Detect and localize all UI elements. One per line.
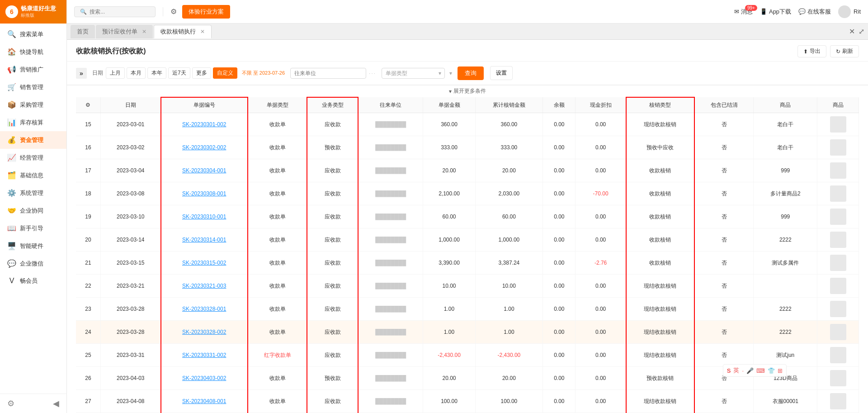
tab-close-verify[interactable]: ✕ (200, 28, 205, 35)
partner-input[interactable] (290, 68, 366, 79)
bill-no-link[interactable]: SK-20230310-001 (182, 214, 226, 220)
sidebar-item-search[interactable]: 🔍搜索菜单 (0, 25, 66, 43)
sidebar-item-hardware[interactable]: 🖥️智能硬件 (0, 237, 66, 255)
bill-no-link[interactable]: SK-20230328-002 (182, 329, 226, 335)
td-bill_no[interactable]: SK-20230403-002 (161, 367, 248, 390)
settings-icon[interactable]: ⚙ (7, 399, 14, 408)
td-bill_no[interactable]: SK-20230301-002 (161, 113, 248, 136)
tab-label-home: 首页 (77, 28, 89, 36)
td-bill_no[interactable]: SK-20230304-001 (161, 159, 248, 182)
td-biz_type: 预收款 (307, 136, 358, 159)
sidebar-item-inventory[interactable]: 📊库存核算 (0, 114, 66, 131)
td-bill_type: 收款单 (248, 367, 307, 390)
td-cash_discount: 0.00 (576, 205, 626, 228)
bill-no-link[interactable]: SK-20230403-002 (182, 375, 226, 381)
filter-expand-icon[interactable]: » (76, 68, 87, 79)
gear-icon[interactable]: ⚙ (170, 7, 177, 16)
sidebar-item-purchase[interactable]: 📦采购管理 (0, 96, 66, 114)
td-partner: ████████ (358, 252, 423, 275)
refresh-button[interactable]: ↻ 刷新 (830, 45, 859, 57)
td-bill_no[interactable]: SK-20230308-001 (161, 182, 248, 205)
message-icon: ✉ (734, 8, 739, 15)
date-btn-本年[interactable]: 本年 (147, 67, 166, 79)
td-cum_verify: 20.00 (475, 367, 543, 390)
sidebar-item-marketing[interactable]: 📢营销推广 (0, 61, 66, 78)
bill-no-link[interactable]: SK-20230304-001 (182, 167, 226, 174)
table-row: 202023-03-14SK-20230314-001收款单应收款███████… (76, 228, 859, 252)
goods-thumbnail (830, 209, 846, 225)
user-avatar[interactable] (838, 5, 851, 18)
collapse-icon[interactable]: ◀ (53, 399, 59, 408)
tab-verify[interactable]: 收款核销执行✕ (154, 25, 212, 38)
bill-no-link[interactable]: SK-20230315-002 (182, 260, 226, 266)
date-btn-本月[interactable]: 本月 (127, 67, 146, 79)
td-bill_no[interactable]: SK-20230302-002 (161, 136, 248, 159)
td-bill_no[interactable]: SK-20230310-001 (161, 205, 248, 228)
td-cash_discount: 0.00 (576, 228, 626, 252)
td-bill_no[interactable]: SK-20230408-001 (161, 390, 248, 413)
sidebar-item-sales[interactable]: 🛒销售管理 (0, 78, 66, 96)
solution-button[interactable]: 体验行业方案 (182, 5, 230, 19)
bill-no-link[interactable]: SK-20230314-001 (182, 237, 226, 243)
bill-no-link[interactable]: SK-20230328-001 (182, 306, 226, 312)
date-btn-更多[interactable]: 更多 (192, 67, 211, 79)
sidebar-item-operation[interactable]: 📈经营管理 (0, 149, 66, 166)
export-button[interactable]: ⬆ 导出 (797, 45, 826, 57)
date-btn-上月[interactable]: 上月 (106, 67, 125, 79)
sidebar-item-enterprise[interactable]: 🤝企业协同 (0, 202, 66, 219)
td-bill_no[interactable]: SK-20230321-003 (161, 275, 248, 298)
user-area[interactable]: Rit (838, 5, 861, 18)
sidebar-item-member[interactable]: V畅会员 (0, 272, 66, 290)
sidebar-item-newbie[interactable]: 📖新手引导 (0, 219, 66, 237)
td-biz_type: 应收款 (307, 205, 358, 228)
sidebar-item-quicknav[interactable]: 🏠快捷导航 (0, 43, 66, 61)
partner-masked: ████████ (375, 398, 406, 404)
message-button[interactable]: ✉ 消息 99+ (734, 8, 753, 16)
bill-no-link[interactable]: SK-20230301-002 (182, 121, 226, 128)
sidebar-item-finance[interactable]: 💰资金管理 (0, 131, 66, 149)
td-verify_type: 现结收款核销 (626, 321, 694, 344)
brand-logo: S (727, 367, 731, 374)
bill-type-select[interactable]: 单据类型 (382, 68, 445, 79)
bill-no-link[interactable]: SK-20230308-001 (182, 190, 226, 197)
td-bill_no[interactable]: SK-20230315-002 (161, 252, 248, 275)
tab-close-receivables[interactable]: ✕ (142, 28, 146, 35)
date-btn-近7天[interactable]: 近7天 (168, 67, 190, 79)
maximize-icon[interactable]: ⤢ (859, 27, 864, 36)
bill-no-link[interactable]: SK-20230321-003 (182, 283, 226, 289)
td-bill_type: 收款单 (248, 228, 307, 252)
tab-home[interactable]: 首页 (71, 25, 95, 38)
td-include_settled: 否 (694, 136, 754, 159)
goods-thumbnail (830, 162, 846, 179)
tab-receivables[interactable]: 预计应收付单✕ (96, 25, 153, 38)
expand-more-conditions[interactable]: ▾ 展开更多条件 (67, 85, 868, 97)
bill-no-link[interactable]: SK-20230331-002 (182, 352, 226, 358)
sidebar-label-operation: 经营管理 (20, 154, 43, 162)
td-verify_type: 收款核销 (626, 252, 694, 275)
table-row: 272023-04-08SK-20230408-001收款单应收款███████… (76, 390, 859, 413)
td-biz_type: 预收款 (307, 367, 358, 390)
td-bill_no[interactable]: SK-20230331-002 (161, 344, 248, 367)
sidebar-icon-system: ⚙️ (7, 189, 16, 197)
td-bill_no[interactable]: SK-20230328-001 (161, 298, 248, 321)
app-download-button[interactable]: 📱 App下载 (760, 8, 791, 16)
bill-no-link[interactable]: SK-20230408-001 (182, 398, 226, 404)
close-window-icon[interactable]: ✕ (849, 27, 855, 36)
date-btn-custom[interactable]: 自定义 (213, 67, 237, 79)
td-biz_type: 应收款 (307, 252, 358, 275)
search-input[interactable] (90, 9, 148, 15)
td-seq: 27 (76, 390, 100, 413)
sidebar-item-wecom[interactable]: 💬企业微信 (0, 255, 66, 272)
sidebar-icon-member: V (7, 277, 16, 285)
service-button[interactable]: 💬 在线客服 (798, 8, 831, 16)
search-box[interactable]: 🔍 (74, 6, 156, 17)
td-seq: 17 (76, 159, 100, 182)
sidebar-item-system[interactable]: ⚙️系统管理 (0, 184, 66, 202)
query-button[interactable]: 查询 (458, 66, 484, 80)
sidebar-item-basic[interactable]: 🗂️基础信息 (0, 166, 66, 184)
setting-button[interactable]: 设置 (490, 66, 513, 80)
td-bill_no[interactable]: SK-20230328-002 (161, 321, 248, 344)
td-bill_no[interactable]: SK-20230314-001 (161, 228, 248, 252)
bill-no-link[interactable]: SK-20230302-002 (182, 144, 226, 151)
td-include_settled: 否 (694, 159, 754, 182)
